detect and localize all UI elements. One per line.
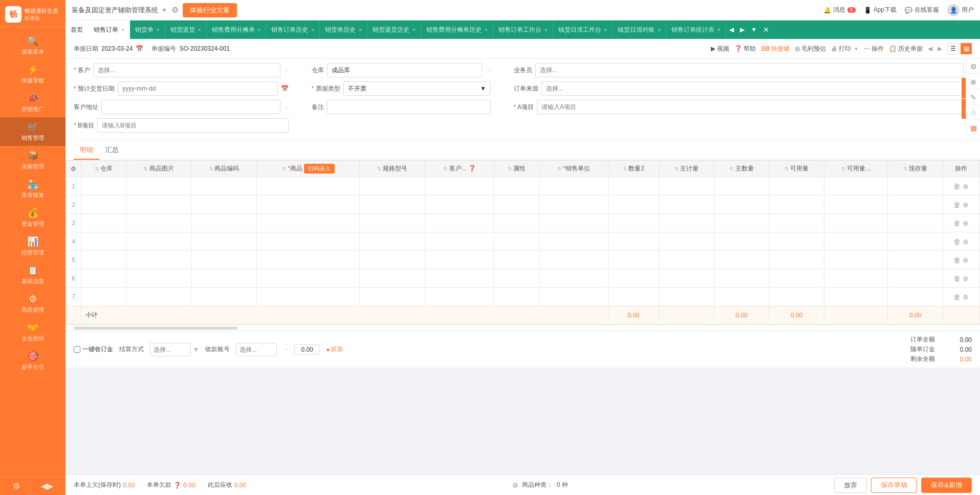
sidebar-item-sales[interactable]: 🛒 销售管理 (0, 117, 66, 146)
cell-product-3[interactable] (257, 214, 360, 232)
col-settings[interactable]: ⚙ (66, 161, 81, 177)
delete-row-7-btn[interactable]: 🗑 (953, 293, 961, 301)
sidebar-settings-btn[interactable]: ⚙ (13, 481, 20, 491)
delete-row-1-btn[interactable]: 🗑 (953, 182, 961, 190)
tab-close-icon10[interactable]: × (604, 27, 607, 33)
horizontal-scrollbar[interactable] (74, 327, 237, 330)
cell-product-1[interactable] (257, 177, 360, 196)
b-project-input[interactable] (97, 118, 289, 133)
system-selector[interactable]: 装备及固定资产辅助管理系统 ▼ (72, 6, 167, 15)
list-view-btn[interactable]: ☰ (947, 43, 959, 54)
delete-row-2-btn[interactable]: 🗑 (953, 201, 961, 209)
tab-close-icon7[interactable]: × (412, 27, 416, 33)
tabs-menu[interactable]: ▼ (748, 20, 760, 39)
help-curr-icon[interactable]: ❓ (173, 482, 181, 489)
copy-row-3-btn[interactable]: ⊕ (963, 219, 969, 227)
cell-spec-1[interactable] (360, 177, 425, 196)
add-collection-btn[interactable]: ● 添加 (326, 345, 343, 354)
print-btn[interactable]: 🖨 打印 ▼ (831, 45, 859, 53)
cell-attr-1[interactable] (494, 177, 539, 196)
tab-sales-expense[interactable]: 销售费用分摊单 × (207, 20, 267, 39)
copy-row-5-btn[interactable]: ⊕ (963, 256, 969, 264)
user-menu-btn[interactable]: 👤 用户 (947, 4, 974, 16)
sidebar-item-operations[interactable]: 📊 经营管理 (0, 232, 66, 261)
sidebar-item-purchase[interactable]: 📦 采购管理 (0, 146, 66, 175)
notice-btn[interactable]: 🔔 消息 9 (823, 6, 856, 14)
cell-customer-1[interactable] (425, 177, 494, 196)
account-input[interactable] (236, 343, 277, 356)
address-more-icon[interactable]: ··· (285, 104, 289, 110)
right-tool-add[interactable]: ⊕ (966, 75, 980, 89)
delivery-date-input[interactable] (118, 81, 278, 96)
copy-row-6-btn[interactable]: ⊕ (963, 274, 969, 283)
sidebar-item-search[interactable]: 🔍 搜索菜单 (0, 31, 66, 60)
tabs-next[interactable]: ▶ (737, 20, 748, 39)
salesperson-input[interactable] (535, 63, 964, 77)
settings-btn[interactable]: ⚙ (171, 5, 179, 15)
sidebar-item-quick-nav[interactable]: ⚡ 快捷导航 (0, 60, 66, 89)
save-new-button[interactable]: 保存&新增 (921, 478, 972, 493)
sidebar-item-finance[interactable]: 💰 资金管理 (0, 203, 66, 232)
tab-order-workbench[interactable]: 销售订单工作台 × (493, 20, 553, 39)
cell-warehouse-2[interactable] (81, 196, 126, 214)
settlement-input[interactable] (150, 343, 191, 356)
nav-left-icon[interactable]: ◀ (928, 45, 932, 52)
calendar-icon[interactable]: 📅 (136, 45, 143, 52)
help-btn[interactable]: ❓ 帮助 (734, 45, 756, 53)
operation-btn[interactable]: ⋯ 操作 (864, 45, 884, 53)
a-project-input[interactable] (537, 100, 972, 114)
cell-warehouse-3[interactable] (81, 214, 126, 232)
cell-main-qty-2[interactable] (714, 196, 769, 214)
tabs-prev[interactable]: ◀ (726, 20, 737, 39)
tab-detail[interactable]: 明细 (74, 141, 99, 160)
cell-customer-2[interactable] (425, 196, 494, 214)
shortcut-btn[interactable]: ⌨ 快捷键 (761, 45, 790, 53)
cell-qty2-1[interactable] (608, 177, 659, 196)
invoice-type-select[interactable]: 不开票 ▼ (343, 81, 491, 96)
product-count-icon[interactable]: ⊙ (513, 482, 518, 489)
right-tool-settings[interactable]: ⚙ (966, 59, 980, 74)
tab-sales-return[interactable]: 销货退货 × (165, 20, 207, 39)
copy-row-7-btn[interactable]: ⊕ (963, 293, 969, 301)
tabs-close-all[interactable]: ✕ (760, 20, 772, 39)
sidebar-item-system[interactable]: ⚙ 系统管理 (0, 289, 66, 318)
delete-row-5-btn[interactable]: 🗑 (953, 256, 961, 264)
right-tool-edit[interactable]: ✎ (966, 90, 980, 104)
tab-close-icon9[interactable]: × (545, 27, 548, 33)
profit-btn[interactable]: ◎ 毛利预估 (795, 45, 826, 53)
account-more-icon[interactable]: ··· (284, 347, 288, 352)
delivery-calendar-icon[interactable]: 📅 (281, 85, 289, 92)
tab-close-icon2[interactable]: × (157, 27, 160, 33)
cell-qty2-2[interactable] (608, 196, 659, 214)
grid-view-btn[interactable]: ▦ (961, 43, 972, 54)
save-draft-button[interactable]: 保存草稿 (871, 478, 917, 493)
tab-order-history[interactable]: 销售订单历史 × (266, 20, 320, 39)
sidebar-item-enterprise[interactable]: 🤝 企业协同 (0, 318, 66, 347)
discard-button[interactable]: 放弃 (834, 478, 867, 493)
sidebar-item-guide[interactable]: 🎯 新手引导 (0, 347, 66, 375)
tab-sales-order[interactable]: 首页 (66, 20, 89, 39)
tab-close-icon6[interactable]: × (359, 27, 362, 33)
cell-unit-1[interactable] (539, 177, 608, 196)
cell-spec-2[interactable] (360, 196, 425, 214)
sidebar-collapse-btn[interactable]: ◀▶ (41, 481, 53, 491)
tab-close-icon5[interactable]: × (311, 27, 314, 33)
copy-row-2-btn[interactable]: ⊕ (963, 201, 969, 209)
tab-active[interactable]: 销售订单 × (89, 20, 130, 39)
delete-row-6-btn[interactable]: 🗑 (953, 274, 961, 283)
cell-warehouse-1[interactable] (81, 177, 126, 196)
tab-invoice-history[interactable]: 销货单历史 × (320, 20, 367, 39)
delete-row-4-btn[interactable]: 🗑 (953, 238, 961, 246)
cell-unit-2[interactable] (539, 196, 608, 214)
one-click-checkbox-input[interactable] (74, 346, 80, 353)
tab-close-icon12[interactable]: × (717, 27, 721, 33)
customer-input[interactable] (93, 63, 280, 77)
online-service-btn[interactable]: 💬 在线客服 (905, 6, 939, 14)
view-btn[interactable]: ▶ 视频 (711, 45, 729, 53)
tab-close-icon11[interactable]: × (658, 27, 661, 33)
delete-row-3-btn[interactable]: 🗑 (953, 219, 961, 227)
tab-summary[interactable]: 汇总 (99, 141, 125, 160)
right-tool-star[interactable]: ☆ (966, 105, 980, 120)
address-input[interactable] (101, 100, 280, 114)
cell-attr-2[interactable] (494, 196, 539, 214)
